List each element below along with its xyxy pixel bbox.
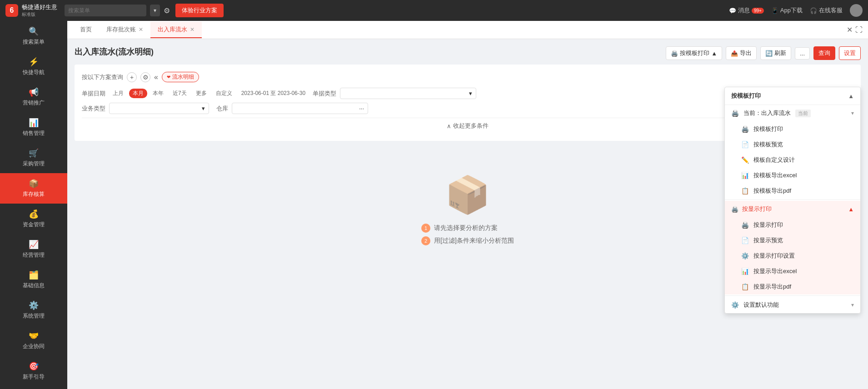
tab-bar: 首页 库存批次账 ✕ 出入库流水 ✕ ✕ ⛶ [67,21,868,39]
step-num-1: 1 [421,224,430,233]
tab-home[interactable]: 首页 [73,22,99,38]
current-badge: 当前 [795,110,811,117]
sidebar-item-guide[interactable]: 🎯 新手引导 [0,356,67,386]
refresh-btn[interactable]: 🔄 刷新 [760,46,791,60]
sidebar-item-apps[interactable]: 📱 应用中心 [0,386,67,389]
template-print-label: 按模板打印 [753,125,783,133]
sidebar-item-shortcut[interactable]: ⚡ 快捷导航 [0,51,67,82]
display-section-header[interactable]: 🖨️ 按显示打印 ▲ [725,201,860,217]
filter-add-btn[interactable]: + [127,72,137,82]
date-tab-custom[interactable]: 自定义 [212,89,236,98]
display-print-icon: 🖨️ [741,221,749,229]
dropdown-sub-display-excel[interactable]: 📊 按显示导出excel [725,264,860,279]
sidebar-item-operations[interactable]: 📈 经营管理 [0,234,67,264]
tab-close-icon[interactable]: ✕ [847,25,853,34]
marketing-icon: 📢 [29,87,39,97]
app-download-btn[interactable]: 📱 App下载 [771,6,803,15]
topbar-search-input[interactable] [65,5,146,16]
tab-flow[interactable]: 出入库流水 ✕ [150,22,202,38]
dropdown-sub-template-custom[interactable]: ✏️ 模板自定义设计 [725,152,860,168]
dropdown-close-icon[interactable]: ▲ [848,93,854,100]
sidebar-item-basic[interactable]: 🗂️ 基础信息 [0,264,67,295]
refresh-icon: 🔄 [765,50,773,57]
type-select[interactable]: ▾ [340,88,476,99]
tab-flow-close[interactable]: ✕ [190,26,195,33]
date-tab-more[interactable]: 更多 [192,89,210,98]
trial-btn[interactable]: 体验行业方案 [175,4,224,17]
sidebar-item-label-inventory: 库存核算 [23,190,45,198]
query-btn[interactable]: 查询 [813,46,835,60]
sidebar-item-inventory[interactable]: 📦 库存核算 [0,173,67,204]
dropdown-item-default[interactable]: ⚙️ 设置默认功能 ▾ [725,297,860,313]
sidebar-item-sales[interactable]: 📊 销售管理 [0,112,67,143]
filter-field-warehouse: 仓库 ··· [216,103,368,114]
filter-settings-btn[interactable]: ⚙ [140,72,150,82]
dropdown-sub-template-excel[interactable]: 📊 按模板导出excel [725,168,860,183]
dropdown-divider-2 [725,295,860,296]
step-num-2: 2 [421,236,430,245]
dropdown-item-current[interactable]: 🖨️ 当前：出入库流水 当前 ▾ [725,105,860,121]
default-icon: ⚙️ [731,301,739,309]
filter-collapse-btn[interactable]: « [154,73,158,81]
template-pdf-label: 按模板导出pdf [753,187,791,195]
tab-expand-icon[interactable]: ⛶ [855,26,863,34]
sidebar-item-collab[interactable]: 🤝 企业协同 [0,325,67,356]
topbar-dropdown-btn[interactable]: ▾ [150,5,160,16]
online-service-btn[interactable]: 🎧 在线客服 [810,6,843,15]
template-preview-icon: 📄 [741,141,749,148]
sidebar-item-marketing[interactable]: 📢 营销推广 [0,82,67,112]
filter-field-business-type: 业务类型 ▾ [82,103,209,114]
dropdown-sub-display-preview[interactable]: 📄 按显示预览 [725,233,860,248]
dropdown-text: ▾ [154,7,156,14]
dropdown-sub-display-pdf[interactable]: 📋 按显示导出pdf [725,279,860,294]
dropdown-display-section: 🖨️ 按显示打印 ▲ 🖨️ 按显示打印 📄 按显示预览 ⚙️ [725,201,860,294]
dropdown-sub-template-preview[interactable]: 📄 按模板预览 [725,137,860,152]
sidebar-item-label-finance: 资金管理 [23,221,45,229]
filter-field-type: 单据类型 ▾ [313,88,476,99]
settings-action-btn[interactable]: 设置 [839,46,861,60]
sidebar-item-purchase[interactable]: 🛒 采购管理 [0,143,67,173]
tab-batch[interactable]: 库存批次账 ✕ [99,22,150,38]
date-tab-current-year[interactable]: 本年 [149,89,167,98]
warehouse-select[interactable]: ··· [232,103,368,114]
export-icon: 📤 [731,50,738,57]
dropdown-sub-template-pdf[interactable]: 📋 按模板导出pdf [725,183,860,199]
app-download-label: App下载 [780,6,803,15]
tab-batch-label: 库存批次账 [106,25,136,34]
sidebar-item-search[interactable]: 🔍 搜索菜单 [0,21,67,51]
tab-bar-right: ✕ ⛶ [847,25,863,34]
search-icon: 🔍 [29,26,39,36]
more-btn[interactable]: ... [795,47,810,60]
business-type-label: 业务类型 [82,105,105,113]
date-tab-last-month[interactable]: 上月 [109,89,127,98]
date-tab-last7[interactable]: 近7天 [169,89,190,98]
sidebar-item-system[interactable]: ⚙️ 系统管理 [0,295,67,325]
display-section-label: 按显示打印 [742,205,772,213]
display-excel-label: 按显示导出excel [753,267,797,275]
user-avatar[interactable] [850,4,863,17]
dropdown-panel: 按模板打印 ▲ 🖨️ 当前：出入库流水 当前 ▾ 🖨️ 按模板打印 📄 按模板预… [724,87,861,314]
date-tab-current-month[interactable]: 本月 [129,89,147,98]
more-label: ... [800,50,805,57]
content-area: 首页 库存批次账 ✕ 出入库流水 ✕ ✕ ⛶ 出入库流水(流水明细) 🖨️ [67,21,868,389]
export-btn[interactable]: 📤 导出 [726,46,757,60]
filter-chip[interactable]: ❤ 流水明细 [162,72,199,82]
dropdown-sub-template-print[interactable]: 🖨️ 按模板打印 [725,121,860,137]
tab-batch-close[interactable]: ✕ [139,26,143,33]
filter-field-date: 单据日期 上月 本月 本年 近7天 更多 自定义 2023-06-01 至 20… [82,89,305,98]
display-pdf-label: 按显示导出pdf [753,283,791,291]
dropdown-sub-display-print[interactable]: 🖨️ 按显示打印 [725,217,860,233]
message-btn[interactable]: 💬 消息 99+ [729,6,764,15]
default-arrow: ▾ [851,302,854,308]
print-label: 按模板打印 [680,49,709,57]
sidebar-item-finance[interactable]: 💰 资金管理 [0,204,67,234]
sidebar-item-label-operations: 经营管理 [23,251,45,259]
message-icon: 💬 [729,7,736,14]
dropdown-sub-display-settings[interactable]: ⚙️ 按显示打印设置 [725,248,860,264]
date-label: 单据日期 [82,90,105,98]
topbar-gear-btn[interactable]: ⚙ [164,6,170,15]
template-pdf-icon: 📋 [741,187,749,194]
business-type-select[interactable]: ▾ [109,103,209,114]
operations-icon: 📈 [29,239,39,249]
print-btn[interactable]: 🖨️ 按模板打印 ▲ [666,46,722,60]
